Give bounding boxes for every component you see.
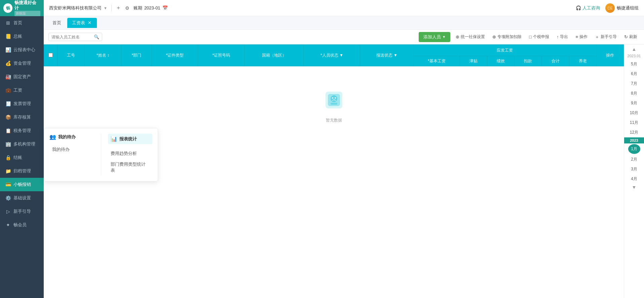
sidebar-item-archive[interactable]: 📁 归档管理 [0, 164, 44, 178]
month-7-2022[interactable]: 7月 [624, 79, 644, 89]
th-person-status: *人员状态 ▼ [304, 45, 360, 66]
year-2023-label: 2023.01 [628, 53, 641, 59]
sidebar-label-fund: 资金管理 [13, 60, 31, 66]
sidebar-label-archive: 归档管理 [13, 168, 31, 174]
sidebar-icon-inventory: 📦 [5, 114, 11, 120]
search-input[interactable] [51, 35, 92, 39]
tab-salary-label: 工资表 [72, 20, 85, 26]
month-6-2022[interactable]: 6月 [624, 69, 644, 79]
sidebar-item-home[interactable]: ⊞ 首页 [0, 16, 44, 30]
add-person-arrow-icon: ▼ [442, 35, 446, 39]
select-all-checkbox[interactable] [48, 53, 53, 57]
social-insurance-icon: ⊕ [456, 34, 459, 39]
th-cert-no: *证照号码 [198, 45, 244, 66]
company-selector[interactable]: 西安虾米网络科技有限公司 ▼ [49, 5, 107, 11]
sidebar-item-basic[interactable]: ⚙️ 基础设置 [0, 191, 44, 205]
month-1-2023-active[interactable]: 1月 [628, 144, 640, 154]
sidebar-label-salary: 工资 [13, 87, 22, 93]
sidebar-item-cloud-report[interactable]: 📊 云报表中心 [0, 43, 44, 57]
tab-home[interactable]: 首页 [48, 18, 66, 28]
tab-salary[interactable]: 工资表 ✕ [67, 18, 97, 28]
month-5-2022[interactable]: 5月 [624, 59, 644, 69]
logo-icon: 畅 [3, 3, 12, 13]
calendar-icon[interactable]: 📅 [162, 5, 168, 10]
current-year-badge: 2023 [624, 137, 644, 143]
refresh-label: 刷新 [629, 34, 637, 40]
sidebar-icon-close: 🔒 [5, 155, 11, 160]
sidebar-item-asset[interactable]: 🏭 固定资产 [0, 70, 44, 84]
sidebar-items: ⊞ 首页 📒 总账 📊 云报表中心 💰 资金管理 🏭 固定资产 💼 工资 🧾 发… [0, 16, 44, 232]
sidebar-icon-tax: 📋 [5, 128, 11, 133]
th-operation: 操作 [596, 45, 623, 66]
sidebar-label-cloud-report: 云报表中心 [13, 47, 35, 53]
sidebar-item-multi-org[interactable]: 🏢 多机构管理 [0, 137, 44, 151]
popup-col-left: 👥 我的待办 我的待办 [49, 134, 94, 176]
search-box[interactable]: 🔍 [48, 33, 102, 41]
sidebar-label-home: 首页 [13, 20, 22, 26]
toolbar: 🔍 添加人员 ▼ ⊕ 统一社保设置 ⊕ 专项附加扣除 □ 个税申报 ↑ 导出 [44, 30, 644, 44]
export-button[interactable]: ↑ 导出 [555, 33, 570, 41]
month-10-2022[interactable]: 10月 [624, 108, 644, 118]
social-insurance-button[interactable]: ⊕ 统一社保设置 [454, 33, 487, 41]
month-2-2023[interactable]: 2月 [624, 155, 644, 164]
sidebar-item-fund[interactable]: 💰 资金管理 [0, 57, 44, 70]
sidebar-item-close[interactable]: 🔒 结账 [0, 151, 44, 164]
new-guide-label: 新手引导 [601, 34, 617, 40]
tax-report-icon: □ [529, 34, 532, 39]
popup-item-dept-cost[interactable]: 部门费用类型统计表 [108, 159, 153, 176]
tax-report-button[interactable]: □ 个税申报 [527, 33, 551, 41]
month-8-2022[interactable]: 8月 [624, 89, 644, 98]
sidebar-item-member[interactable]: ✦ 畅会员 [0, 218, 44, 232]
th-performance: 绩效 [487, 56, 515, 66]
service-button[interactable]: 🎧 人工咨询 [576, 5, 600, 11]
sidebar: 畅 畅捷通好会计 旗舰版 ⊞ 首页 📒 总账 📊 云报表中心 💰 资金管理 🏭 … [0, 0, 44, 298]
operation-label: 操作 [579, 34, 588, 40]
right-panel-nav-down[interactable]: ▼ [630, 184, 639, 191]
th-dept: *部门 [121, 45, 152, 66]
popup-item-my-todo[interactable]: 我的待办 [49, 144, 94, 155]
new-guide-button[interactable]: ＋ 新手引导 [593, 33, 619, 41]
period-label: 账期 [134, 5, 142, 11]
sidebar-icon-guide: ▷ [5, 209, 11, 214]
svg-point-2 [331, 95, 337, 102]
th-bonus: 津贴 [460, 56, 487, 66]
sidebar-item-xiao-chang-xiao[interactable]: 💳 小畅报销 [0, 178, 44, 191]
month-9-2022[interactable]: 9月 [624, 98, 644, 108]
sidebar-label-inventory: 库存核算 [13, 114, 31, 120]
tab-close-button[interactable]: ✕ [87, 21, 92, 25]
right-panel: ▲ 2023.01 5月 6月 7月 8月 9月 10月 11月 12月 202… [624, 44, 644, 298]
user-menu[interactable]: CE 畅捷通组组 [605, 3, 639, 13]
sidebar-item-tax[interactable]: 📋 税务管理 [0, 124, 44, 137]
topbar-right: 🎧 人工咨询 CE 畅捷通组组 [576, 3, 639, 13]
sidebar-label-guide: 新手引导 [13, 208, 31, 214]
month-11-2022[interactable]: 11月 [624, 118, 644, 128]
th-checkbox[interactable] [44, 45, 58, 66]
topbar: 西安虾米网络科技有限公司 ▼ ＋ ⚙ 账期 2023-01 📅 🎧 人工咨询 C… [44, 0, 644, 16]
refresh-button[interactable]: ↻ 刷新 [622, 33, 639, 41]
sidebar-item-invoice[interactable]: 🧾 发票管理 [0, 97, 44, 110]
month-3-2023[interactable]: 3月 [624, 164, 644, 174]
operation-button[interactable]: ≡ 操作 [573, 33, 590, 41]
sidebar-item-guide[interactable]: ▷ 新手引导 [0, 205, 44, 218]
month-12-2022[interactable]: 12月 [624, 128, 644, 137]
month-4-2023[interactable]: 4月 [624, 174, 644, 184]
popup-menu: 👥 我的待办 我的待办 📊 报表统计 费用趋势分析 部门费用类型统计表 [44, 128, 158, 181]
popup-item-cost-trend[interactable]: 费用趋势分析 [108, 148, 153, 159]
topbar-settings-icon[interactable]: ⚙ [125, 5, 129, 11]
sidebar-icon-member: ✦ [5, 222, 11, 228]
sidebar-item-inventory[interactable]: 📦 库存核算 [0, 110, 44, 124]
avatar: CE [605, 3, 615, 13]
popup-col-right: 📊 报表统计 费用趋势分析 部门费用类型统计表 [108, 134, 153, 176]
svg-point-5 [335, 97, 336, 99]
th-cert-type: *证件类型 [152, 45, 198, 66]
special-deduct-button[interactable]: ⊕ 专项附加扣除 [490, 33, 524, 41]
sidebar-icon-basic: ⚙️ [5, 195, 11, 201]
sidebar-item-ledger[interactable]: 📒 总账 [0, 30, 44, 43]
th-deduct: 扣款 [515, 56, 542, 66]
topbar-period: 账期 2023-01 📅 [134, 5, 168, 11]
sidebar-item-salary[interactable]: 💼 工资 [0, 84, 44, 97]
sidebar-icon-ledger: 📒 [5, 34, 11, 39]
right-panel-nav-up[interactable]: ▲ [630, 46, 639, 53]
topbar-add-button[interactable]: ＋ [116, 4, 121, 11]
add-person-button[interactable]: 添加人员 ▼ [419, 32, 450, 42]
